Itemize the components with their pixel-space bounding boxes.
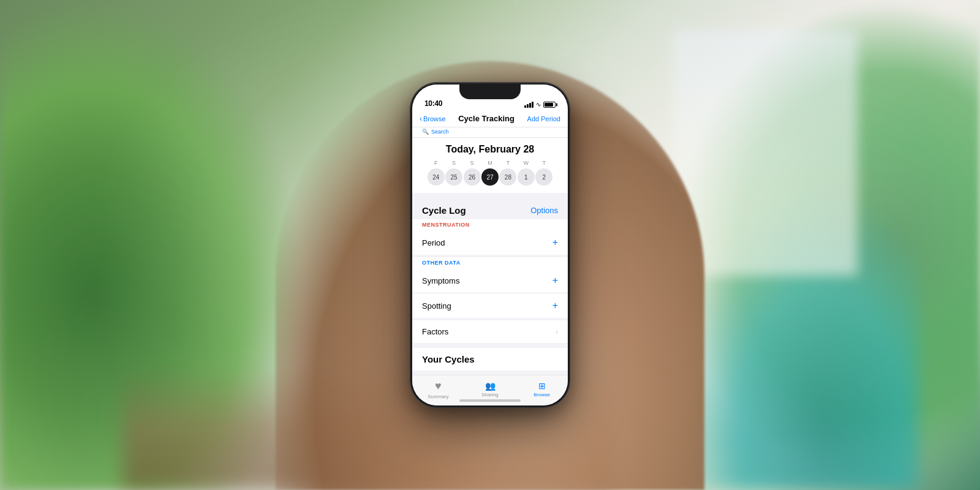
signal-bar-2 [527,104,529,108]
day-circle[interactable]: 25 [445,168,462,186]
day-number: 1 [524,174,528,181]
cycle-log-header: Cycle Log Options [412,198,568,219]
day-number: 2 [542,174,546,181]
browse-icon: ⊞ [538,381,546,391]
signal-bar-3 [529,103,531,108]
symptoms-label: Symptoms [422,276,459,285]
day-circle[interactable]: 2 [535,168,552,186]
day-letter: T [542,160,546,166]
menstruation-card: MENSTRUATION Period + [412,219,568,255]
spotting-label: Spotting [422,301,451,311]
tab-sharing[interactable]: 👥 Sharing [464,381,516,398]
heart-icon: ♥ [435,380,442,393]
day-circle[interactable]: 1 [518,168,535,186]
factors-chevron-icon: › [556,328,558,336]
other-data-card: OTHER DATA Symptoms + Spotting + [412,257,568,318]
day-letter: W [524,160,529,166]
options-button[interactable]: Options [530,206,558,215]
spotting-add-icon[interactable]: + [552,300,558,311]
browse-label: Browse [533,392,550,398]
spacer-1 [412,193,568,198]
cycle-history-card: Cycle History › [412,369,568,371]
day-column[interactable]: F24 [428,160,445,186]
day-number: 27 [486,174,493,181]
search-label[interactable]: Search [431,129,449,135]
signal-bar-1 [524,105,526,108]
scroll-content[interactable]: Today, February 28 F24S25S26M27T28W1T2 C… [412,138,568,371]
day-column[interactable]: S25 [445,160,462,186]
phone-screen: 10:40 ∿ ‹ Br [412,85,568,405]
spotting-item[interactable]: Spotting + [412,293,568,318]
day-number: 26 [469,174,475,181]
day-circle[interactable]: 26 [464,168,481,186]
signal-bar-4 [532,102,533,108]
factors-card: Factors › [412,320,568,343]
period-add-icon[interactable]: + [552,237,558,248]
day-column[interactable]: W1 [518,160,535,186]
nav-back-button[interactable]: ‹ Browse [420,115,446,123]
day-column[interactable]: T2 [535,160,552,186]
date-title: Today, February 28 [422,144,558,155]
battery-icon [543,102,556,108]
period-item[interactable]: Period + [412,230,568,255]
day-column[interactable]: M27 [481,160,499,186]
day-letter: S [470,160,474,166]
add-period-button[interactable]: Add Period [527,115,560,123]
signal-bars [524,102,533,108]
notch [459,85,521,99]
day-number: 25 [451,174,458,181]
symptoms-item[interactable]: Symptoms + [412,268,568,293]
day-letter: F [434,160,438,166]
week-row: F24S25S26M27T28W1T2 [422,160,558,188]
cycle-history-item[interactable]: Cycle History › [412,369,568,371]
tab-summary[interactable]: ♥ Summary [412,380,464,399]
day-letter: S [452,160,456,166]
menstruation-label: MENSTRUATION [412,219,568,230]
back-chevron-icon: ‹ [420,115,422,123]
day-column[interactable]: T28 [499,160,516,186]
tab-browse[interactable]: ⊞ Browse [516,381,568,398]
day-circle[interactable]: 28 [499,168,516,186]
spacer-4 [412,343,568,348]
today-circle[interactable]: 27 [481,168,499,186]
factors-label: Factors [422,327,448,336]
search-icon: 🔍 [422,129,429,135]
period-label: Period [422,238,445,247]
home-indicator [459,399,521,402]
status-icons: ∿ [524,101,556,108]
date-header: Today, February 28 F24S25S26M27T28W1T2 [412,138,568,193]
search-bar-inner: 🔍 Search [422,129,558,135]
factors-item[interactable]: Factors › [412,320,568,343]
sharing-icon: 👥 [485,381,496,391]
status-time: 10:40 [424,99,442,108]
day-letter: T [507,160,510,166]
day-circle[interactable]: 24 [428,168,445,186]
cycle-log-title: Cycle Log [422,205,466,216]
day-number: 28 [505,174,511,181]
day-column[interactable]: S26 [464,160,481,186]
back-label[interactable]: Browse [423,115,446,123]
sharing-label: Sharing [481,392,499,398]
summary-label: Summary [428,394,448,399]
other-data-label: OTHER DATA [412,257,568,268]
your-cycles-title: Your Cycles [422,354,558,364]
your-cycles-section: Your Cycles [412,348,568,369]
phone-wrapper: 10:40 ∿ ‹ Br [410,83,570,407]
day-letter: M [488,160,492,166]
symptoms-add-icon[interactable]: + [552,275,558,286]
phone-device: 10:40 ∿ ‹ Br [410,83,570,407]
nav-title: Cycle Tracking [458,114,514,123]
search-bar[interactable]: 🔍 Search [412,127,568,138]
nav-bar: ‹ Browse Cycle Tracking Add Period [412,111,568,127]
day-number: 24 [432,174,439,181]
battery-fill [545,103,553,107]
wifi-icon: ∿ [536,101,541,108]
